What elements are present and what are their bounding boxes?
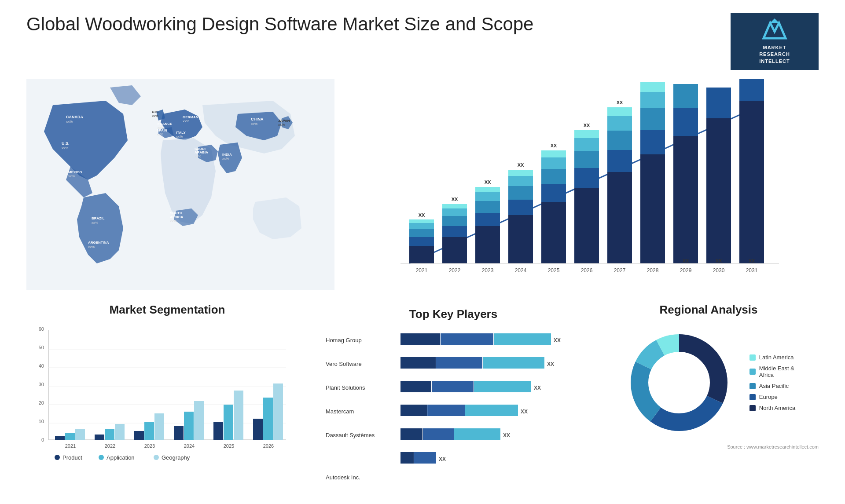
svg-rect-43: [442, 237, 467, 263]
regional-section: Regional Analysis: [599, 303, 819, 499]
svg-text:Application: Application: [107, 454, 135, 461]
svg-rect-85: [673, 136, 698, 263]
legend-color-europe: [749, 394, 756, 400]
svg-rect-79: [640, 154, 665, 263]
svg-rect-52: [475, 192, 500, 201]
svg-text:FRANCE: FRANCE: [158, 122, 173, 126]
svg-text:2023: 2023: [482, 267, 494, 274]
legend-color-na: [749, 405, 756, 411]
growth-chart-svg: XX XX XX: [352, 79, 819, 290]
svg-rect-49: [475, 226, 500, 263]
legend-color-apac: [749, 383, 756, 389]
svg-rect-162: [400, 381, 431, 392]
svg-rect-90: [739, 101, 764, 263]
svg-rect-158: [436, 357, 482, 369]
svg-text:GERMANY: GERMANY: [183, 115, 201, 119]
svg-text:SPAIN: SPAIN: [157, 128, 167, 132]
svg-text:XX: XX: [419, 212, 425, 218]
svg-rect-135: [234, 391, 243, 440]
svg-text:2023: 2023: [144, 443, 155, 449]
svg-rect-131: [184, 412, 194, 440]
svg-text:2027: 2027: [614, 267, 626, 274]
svg-text:60: 60: [39, 326, 44, 332]
legend-color-latin: [749, 354, 756, 361]
svg-rect-134: [224, 405, 233, 440]
logo-text: MARKET RESEARCH INTELLECT: [738, 44, 811, 65]
svg-text:20: 20: [39, 400, 44, 405]
svg-marker-0: [764, 23, 786, 38]
svg-text:XX: XX: [521, 409, 528, 415]
svg-rect-81: [640, 108, 665, 130]
svg-rect-133: [213, 422, 223, 440]
svg-text:XX: XX: [485, 179, 491, 185]
svg-text:SOUTH: SOUTH: [170, 211, 182, 215]
svg-text:Dassault Systèmes: Dassault Systèmes: [326, 432, 375, 438]
legend-north-america: North America: [749, 405, 795, 411]
svg-rect-125: [105, 429, 114, 440]
svg-text:2021: 2021: [416, 267, 428, 274]
legend-color-mea: [749, 369, 756, 375]
svg-rect-37: [409, 246, 434, 263]
svg-rect-44: [442, 226, 467, 237]
svg-rect-157: [400, 357, 436, 369]
svg-text:xx%: xx%: [152, 114, 158, 118]
svg-rect-64: [541, 157, 566, 169]
svg-text:ARABIA: ARABIA: [195, 150, 208, 154]
svg-text:XX: XX: [617, 100, 623, 105]
svg-rect-138: [273, 383, 283, 440]
svg-rect-124: [95, 435, 104, 440]
svg-rect-83: [640, 82, 665, 92]
svg-rect-68: [574, 168, 599, 188]
svg-text:U.S.: U.S.: [62, 141, 70, 146]
svg-rect-39: [409, 229, 434, 237]
svg-text:XX: XX: [749, 258, 755, 263]
legend-label-apac: Asia Pacific: [759, 383, 789, 389]
svg-text:XX: XX: [551, 143, 557, 148]
svg-rect-173: [423, 428, 454, 440]
svg-text:xx%: xx%: [62, 146, 68, 150]
donut-legend: Latin America Middle East &Africa Asia P…: [749, 354, 795, 411]
svg-text:Geography: Geography: [162, 454, 190, 461]
svg-text:XX: XX: [716, 258, 722, 263]
svg-rect-38: [409, 237, 434, 246]
svg-rect-71: [574, 130, 599, 138]
svg-rect-152: [400, 333, 440, 345]
svg-text:JAPAN: JAPAN: [278, 119, 290, 123]
logo-letter: [738, 18, 811, 44]
legend-label-na: North America: [759, 405, 795, 411]
segmentation-section: Market Segmentation 0 10 20 30 40 50 60: [26, 303, 308, 499]
svg-rect-132: [194, 401, 204, 440]
legend-label-mea: Middle East &Africa: [759, 365, 794, 378]
svg-text:xx%: xx%: [222, 157, 229, 161]
svg-rect-73: [607, 172, 632, 263]
donut-chart-svg: [622, 325, 736, 440]
svg-text:xx%: xx%: [68, 174, 75, 178]
svg-rect-127: [134, 431, 144, 440]
svg-rect-137: [263, 398, 273, 440]
svg-text:XX: XX: [584, 123, 590, 128]
svg-rect-167: [400, 405, 427, 416]
svg-rect-126: [115, 424, 125, 440]
svg-rect-176: [400, 452, 414, 464]
svg-rect-46: [442, 208, 467, 216]
svg-rect-47: [442, 204, 467, 208]
svg-text:XX: XX: [503, 432, 510, 438]
svg-text:CHINA: CHINA: [251, 117, 264, 121]
svg-text:xx%: xx%: [251, 122, 257, 126]
svg-text:ITALY: ITALY: [176, 131, 186, 135]
players-title: Top Key Players: [326, 307, 581, 321]
svg-text:CANADA: CANADA: [66, 115, 83, 119]
players-chart-svg: Homag Group XX Vero Software XX Planit S…: [326, 330, 572, 497]
svg-text:XX: XX: [452, 197, 458, 202]
svg-text:50: 50: [39, 345, 44, 350]
svg-text:BRAZIL: BRAZIL: [92, 216, 104, 220]
svg-text:INDIA: INDIA: [222, 153, 232, 157]
svg-text:Homag Group: Homag Group: [326, 337, 362, 343]
svg-text:40: 40: [39, 363, 44, 369]
svg-rect-61: [541, 202, 566, 263]
svg-text:MEXICO: MEXICO: [68, 170, 82, 174]
svg-rect-163: [432, 381, 474, 392]
svg-rect-123: [75, 429, 85, 440]
donut-wrap: Latin America Middle East &Africa Asia P…: [622, 325, 795, 440]
svg-rect-174: [454, 428, 500, 440]
